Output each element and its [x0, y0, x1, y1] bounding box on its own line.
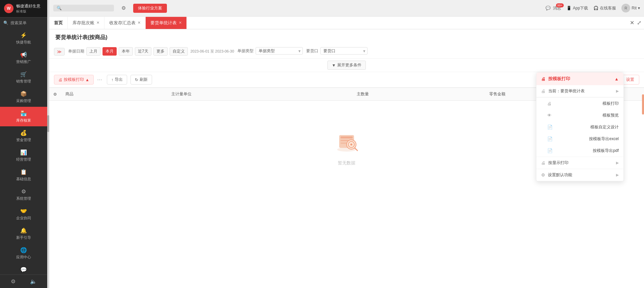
tab-bar-end: ✕ ⤢	[630, 20, 644, 26]
default-func-label: 设置默认功能	[548, 172, 572, 178]
sidebar-item-coop[interactable]: 🤝 企业协同	[0, 204, 47, 224]
settings-btn[interactable]: 设置	[621, 75, 639, 85]
order-category-label: 要货口	[306, 48, 318, 54]
tab-inventory-batch-close[interactable]: ✕	[96, 21, 99, 25]
right-scrollbar[interactable]	[642, 67, 644, 202]
col-settings[interactable]: ⚙	[49, 88, 61, 101]
sidebar-item-basics[interactable]: 📋 基础信息	[0, 165, 47, 185]
order-type-select[interactable]: 单据类型	[256, 47, 303, 55]
sidebar-item-operations[interactable]: 📊 经营管理	[0, 146, 47, 165]
sound-icon[interactable]: 🔈	[30, 278, 37, 285]
tab-order-stat[interactable]: 要货单统计表 ✕	[146, 17, 187, 29]
marketing-icon: 📢	[20, 52, 27, 58]
export-pdf-label: 按模板导出pdf	[593, 148, 619, 154]
top-bar-input[interactable]: 🔍	[53, 5, 114, 11]
tab-expand-icon[interactable]: ⤢	[637, 20, 641, 26]
print-btn[interactable]: 🖨 按模板打印 ▲	[54, 75, 94, 85]
nav-label: 新手引导	[16, 235, 31, 240]
filter-bar: ≫ 单据日期 上月 本月 本年 近7天 更多 自定义 2023-06-01 至 …	[49, 44, 644, 59]
dropdown-item-template-design[interactable]: 📄 模板自定义设计	[536, 121, 623, 133]
tab-receivable-summary[interactable]: 收发存汇总表 ✕	[105, 17, 146, 29]
app-tag: 标准版	[16, 9, 40, 14]
expand-conditions-btn[interactable]: ▼ 展开更多条件	[327, 61, 366, 70]
filter-toggle-btn[interactable]: ≫	[54, 48, 65, 56]
template-print-icon: 🖨	[547, 101, 552, 106]
sidebar-search[interactable]: 🔍 搜索菜单	[0, 18, 47, 29]
tab-home[interactable]: 首页	[49, 17, 68, 29]
sidebar-item-inventory[interactable]: 🏪 库存核算	[0, 107, 47, 126]
quick-nav-icon: ⚡	[20, 32, 27, 38]
date-btn-custom[interactable]: 自定义	[170, 47, 188, 56]
gear-button[interactable]: ⚙	[117, 1, 130, 15]
weixin-icon: 💬	[20, 266, 27, 273]
message-badge: 99+	[556, 3, 564, 7]
sidebar-item-quick-nav[interactable]: ⚡ 快捷导航	[0, 29, 47, 48]
dropdown-chevron-icon: ▾	[638, 6, 640, 10]
dropdown-section-current: 🖨 当前：要货单统计表 ▶	[536, 85, 623, 98]
dropdown-item-export-excel[interactable]: 📄 按模板导出excel	[536, 133, 623, 145]
date-btn-this-year[interactable]: 本年	[119, 47, 133, 56]
dropdown-item-default-func[interactable]: ⚙ 设置默认功能 ▶	[536, 169, 623, 181]
tab-inventory-batch[interactable]: 库存批次账 ✕	[68, 17, 105, 29]
default-func-icon: ⚙	[541, 172, 545, 178]
message-icon: 💬	[546, 6, 551, 10]
export-excel-icon: 📄	[547, 136, 553, 141]
dropdown-item-current[interactable]: 🖨 当前：要货单统计表 ▶	[536, 85, 623, 97]
order-category-select[interactable]: 要货口	[320, 47, 368, 55]
dropdown-item-export-pdf[interactable]: 📄 按模板导出pdf	[536, 145, 623, 157]
user-avatar[interactable]: R Rit ▾	[621, 4, 640, 12]
dropdown-header[interactable]: 🖨 按模板打印 ▲	[536, 72, 623, 85]
top-bar: 🔍 ⚙ 体验行业方案 💬 99+ 消息 📱 App下载 🎧 在线客服 R Rit…	[49, 0, 644, 17]
sidebar-logo: W 畅捷通好生意 标准版	[0, 0, 47, 18]
current-item-icon: 🖨	[541, 89, 546, 94]
display-print-chevron: ▶	[616, 161, 619, 165]
date-btn-last-month[interactable]: 上月	[86, 47, 100, 56]
online-service-btn[interactable]: 🎧 在线客服	[593, 5, 616, 11]
refresh-btn[interactable]: ↻ 刷新	[130, 75, 152, 85]
tab-close-all-icon[interactable]: ✕	[630, 20, 634, 26]
app-label: App下载	[573, 5, 588, 11]
order-category-select-wrap: 要货口	[320, 47, 368, 55]
more-options-icon[interactable]: ···	[97, 76, 102, 83]
sidebar-item-guide[interactable]: 🔔 新手引导	[0, 224, 47, 244]
sidebar-item-marketing[interactable]: 📢 营销推广	[0, 48, 47, 68]
date-btn-this-month[interactable]: 本月	[103, 47, 117, 56]
date-btn-more[interactable]: 更多	[153, 47, 168, 56]
col-unit: 主计量单位	[167, 88, 353, 101]
sidebar-item-sales[interactable]: 🛒 销售管理	[0, 68, 47, 87]
industry-btn[interactable]: 体验行业方案	[133, 4, 167, 13]
sidebar-item-app-center[interactable]: 🌐 应用中心	[0, 244, 47, 263]
nav-label: 营销推广	[16, 59, 31, 64]
dropdown-item-template-print[interactable]: 🖨 模板打印	[536, 98, 623, 109]
sidebar-item-purchase[interactable]: 📦 采购管理	[0, 87, 47, 107]
sidebar-item-finance[interactable]: 💰 资金管理	[0, 126, 47, 146]
service-label: 在线客服	[600, 5, 616, 11]
date-range-display: 2023-06-01 至 2023-06-30	[191, 49, 234, 54]
app-download-btn[interactable]: 📱 App下载	[566, 5, 588, 11]
expand-icon: ▼	[332, 63, 336, 68]
tab-inventory-batch-label: 库存批次账	[72, 20, 94, 26]
search-icon: 🔍	[3, 21, 8, 25]
tab-receivable-summary-close[interactable]: ✕	[138, 21, 141, 25]
expand-label: 展开更多条件	[337, 62, 361, 68]
settings-icon[interactable]: ⚙	[11, 278, 16, 285]
sidebar-item-weixin[interactable]: 💬 企业微信	[0, 263, 47, 275]
current-item-chevron: ▶	[616, 89, 619, 93]
template-design-icon: 📄	[547, 125, 553, 130]
refresh-icon: ↻	[135, 77, 138, 82]
search-label: 搜索菜单	[10, 20, 27, 26]
date-btn-7days[interactable]: 近7天	[135, 47, 151, 56]
sidebar-item-system[interactable]: ⚙ 系统管理	[0, 185, 47, 204]
sidebar-nav: ⚡ 快捷导航 📢 营销推广 🛒 销售管理 📦 采购管理 🏪 库存核算 💰 资金管…	[0, 29, 47, 275]
tab-receivable-summary-label: 收发存汇总表	[109, 20, 136, 26]
tab-order-stat-close[interactable]: ✕	[179, 21, 182, 25]
message-btn[interactable]: 💬 99+ 消息	[546, 5, 561, 11]
sidebar-bottom: ⚙ 🔈	[0, 275, 47, 288]
dropdown-item-template-preview[interactable]: 👁 模板预览	[536, 109, 623, 121]
template-preview-icon: 👁	[547, 113, 552, 118]
dropdown-item-display-print[interactable]: 🖨 按显示打印 ▶	[536, 157, 623, 169]
content-area: 要货单统计表(按商品) ≫ 单据日期 上月 本月 本年 近7天 更多 自定义 2…	[49, 29, 644, 288]
export-btn[interactable]: ↑ 导出	[107, 75, 127, 85]
printer-icon: 🖨	[58, 77, 62, 82]
empty-icon	[333, 128, 360, 155]
